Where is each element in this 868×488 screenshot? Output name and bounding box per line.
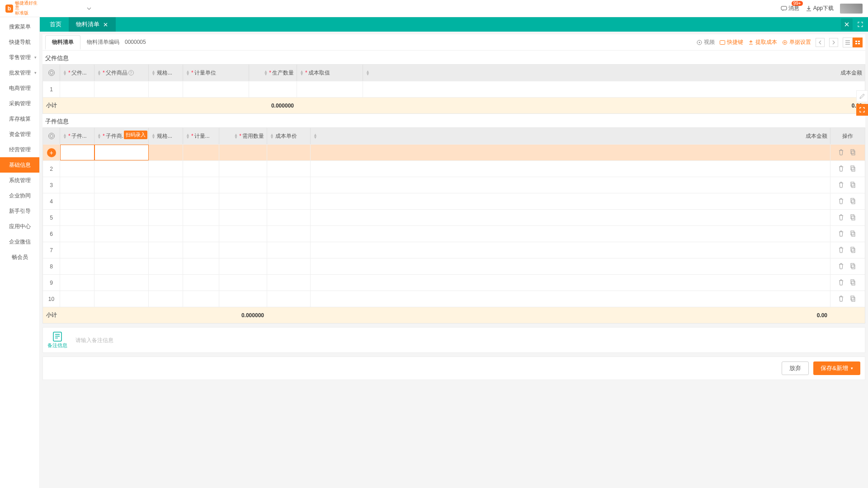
child-row[interactable]: + (43, 144, 865, 160)
copy-row-icon[interactable] (850, 279, 857, 286)
child-row[interactable]: 3 (43, 177, 865, 193)
col-child-qty[interactable]: ▲▼*需用数量 (219, 128, 267, 144)
delete-row-icon[interactable] (838, 247, 845, 254)
sidebar-item[interactable]: 资金管理 (0, 127, 39, 142)
app-download-label: App下载 (813, 5, 834, 12)
child-row[interactable]: 8 (43, 258, 865, 274)
col-cost-source[interactable]: ▲▼*成本取值 (297, 65, 363, 81)
topbar-right: 消息 99+ App下载 (781, 4, 863, 14)
col-child-price[interactable]: ▲▼成本单价 (267, 128, 311, 144)
delete-row-icon[interactable] (838, 165, 845, 173)
col-parent-code[interactable]: ▲▼*父件... (60, 65, 94, 81)
sidebar-item[interactable]: 系统管理 (0, 173, 39, 188)
svg-rect-5 (855, 41, 857, 42)
shortcut-link[interactable]: 快捷键 (719, 38, 743, 46)
child-product-input[interactable] (94, 145, 149, 160)
sidebar-item[interactable]: 快捷导航 (0, 34, 39, 50)
svg-rect-28 (852, 297, 855, 301)
sidebar-item[interactable]: 零售管理▾ (0, 50, 39, 65)
copy-row-icon[interactable] (850, 182, 857, 189)
memo-input[interactable] (73, 334, 860, 346)
edit-handle[interactable] (856, 90, 868, 102)
org-selector[interactable] (58, 5, 92, 12)
sidebar-item[interactable]: 库存核算 (0, 111, 39, 127)
delete-row-icon[interactable] (838, 296, 845, 303)
close-icon[interactable] (102, 21, 108, 28)
tab-bom[interactable]: 物料清单 (69, 17, 116, 32)
parent-grid-settings[interactable] (43, 65, 60, 81)
help-icon[interactable]: ? (128, 70, 134, 75)
col-child-amount[interactable]: ▲▼成本金额 (311, 128, 830, 144)
col-child-product[interactable]: ▲▼*子件商...扫码录入 (94, 128, 149, 144)
sidebar-item[interactable]: 畅会员 (0, 249, 39, 265)
copy-row-icon[interactable] (850, 230, 857, 238)
sidebar-item[interactable]: 经营管理 (0, 142, 39, 157)
copy-row-icon[interactable] (850, 296, 857, 303)
subtab-bom[interactable]: 物料清单 (45, 35, 80, 50)
sidebar-item[interactable]: 企业协同 (0, 188, 39, 203)
view-toggle (843, 38, 863, 47)
next-doc-button[interactable] (829, 38, 838, 47)
child-grid-settings[interactable] (43, 128, 60, 144)
sidebar-item[interactable]: 应用中心 (0, 219, 39, 234)
sidebar-item[interactable]: 采购管理 (0, 96, 39, 111)
delete-row-icon[interactable] (838, 263, 845, 270)
col-parent-qty[interactable]: ▲▼*生产数量 (249, 65, 297, 81)
fullscreen-icon[interactable] (855, 19, 865, 29)
delete-row-icon[interactable] (838, 279, 845, 286)
sidebar-item[interactable]: 搜索菜单 (0, 19, 39, 34)
col-parent-spec[interactable]: ▲▼规格... (149, 65, 183, 81)
delete-row-icon[interactable] (838, 214, 845, 221)
app-download-button[interactable]: App下载 (806, 5, 834, 12)
child-row[interactable]: 10 (43, 291, 865, 307)
copy-row-icon[interactable] (850, 198, 857, 205)
child-subtotal-amt: 0.00 (311, 307, 830, 323)
child-grid: ▲▼*子件... ▲▼*子件商...扫码录入 ▲▼规格... ▲▼*计量... … (42, 127, 865, 324)
child-row[interactable]: 4 (43, 193, 865, 209)
child-row[interactable]: 2 (43, 160, 865, 177)
copy-row-icon[interactable] (850, 214, 857, 221)
avatar[interactable] (840, 4, 863, 14)
sidebar-item[interactable]: 电商管理 (0, 80, 39, 96)
sidebar-item[interactable]: 企业微信 (0, 234, 39, 249)
discard-button[interactable]: 放弃 (782, 361, 809, 375)
copy-row-icon[interactable] (850, 263, 857, 270)
col-parent-product[interactable]: ▲▼*父件商品? (94, 65, 149, 81)
expand-handle[interactable] (856, 104, 868, 116)
child-row[interactable]: 6 (43, 225, 865, 242)
col-child-code[interactable]: ▲▼*子件... (60, 128, 94, 144)
row-index: 8 (43, 258, 60, 274)
copy-row-icon[interactable] (850, 149, 857, 156)
tab-home[interactable]: 首页 (42, 17, 69, 32)
view-form-button[interactable] (853, 38, 863, 47)
delete-row-icon[interactable] (838, 198, 845, 205)
copy-row-icon[interactable] (850, 165, 857, 173)
doc-settings-link[interactable]: 单据设置 (782, 38, 811, 46)
child-row[interactable]: 7 (43, 242, 865, 258)
child-code-input[interactable] (60, 145, 94, 160)
child-row[interactable]: 9 (43, 274, 865, 291)
delete-row-icon[interactable] (838, 182, 845, 189)
col-child-spec[interactable]: ▲▼规格... (149, 128, 183, 144)
col-cost-amount[interactable]: ▲▼成本金额 (363, 65, 865, 81)
save-and-new-button[interactable]: 保存&新增▾ (813, 361, 860, 375)
col-child-unit[interactable]: ▲▼*计量... (183, 128, 219, 144)
scan-input-tag[interactable]: 扫码录入 (124, 131, 147, 139)
sidebar-item[interactable]: 批发管理▾ (0, 65, 39, 80)
video-link[interactable]: 视频 (696, 38, 715, 46)
copy-row-icon[interactable] (850, 247, 857, 254)
tabs-close-all[interactable] (841, 19, 853, 30)
view-list-button[interactable] (843, 38, 853, 47)
delete-row-icon[interactable] (838, 230, 845, 238)
col-parent-unit[interactable]: ▲▼*计量单位 (183, 65, 249, 81)
extract-cost-link[interactable]: 提取成本 (748, 38, 777, 46)
sidebar-item[interactable]: 新手引导 (0, 203, 39, 219)
chevron-down-icon: ▾ (34, 55, 37, 60)
add-row-button[interactable]: + (47, 148, 56, 157)
prev-doc-button[interactable] (816, 38, 825, 47)
parent-row[interactable]: 1 (43, 81, 865, 97)
child-row[interactable]: 5 (43, 209, 865, 225)
delete-row-icon[interactable] (838, 149, 845, 156)
sidebar-item[interactable]: 基础信息 (0, 157, 39, 173)
messages-button[interactable]: 消息 99+ (781, 5, 799, 12)
